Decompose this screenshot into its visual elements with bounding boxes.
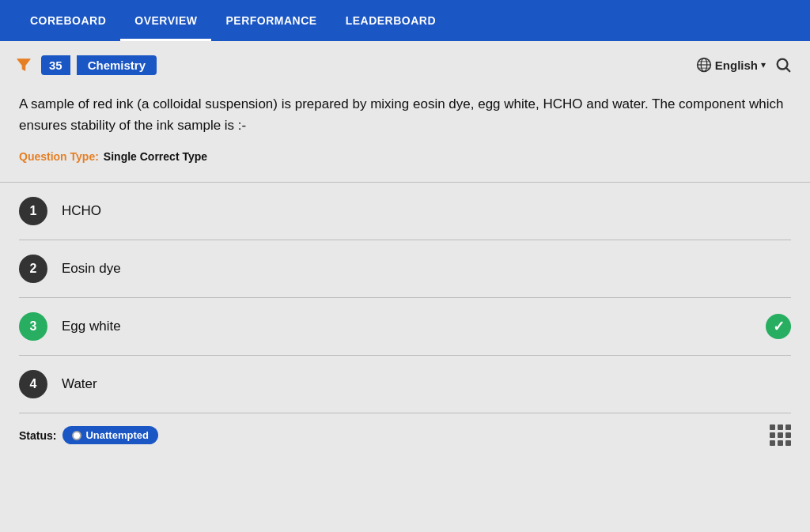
option-1-circle: 1 — [19, 197, 47, 225]
status-label: Status: — [19, 429, 56, 442]
header-left: 35 Chemistry — [13, 54, 157, 76]
option-1-row[interactable]: 1 HCHO — [19, 183, 791, 240]
navigation-bar: COREBOARD OVERVIEW PERFORMANCE LEADERBOA… — [0, 0, 810, 41]
status-section: Status: Unattempted — [19, 426, 158, 444]
status-value: Unattempted — [85, 429, 148, 441]
svg-line-7 — [786, 68, 790, 72]
option-4-text: Water — [62, 376, 97, 392]
header-row: 35 Chemistry English ▾ — [0, 41, 810, 85]
nav-leaderboard[interactable]: LEADERBOARD — [331, 0, 450, 41]
question-body: A sample of red ink (a colloidal suspens… — [0, 85, 810, 182]
filter-icon[interactable] — [13, 54, 35, 76]
svg-marker-0 — [17, 59, 31, 71]
option-4-row[interactable]: 4 Water — [19, 356, 791, 413]
nav-coreboard[interactable]: COREBOARD — [16, 0, 120, 41]
question-type-value: Single Correct Type — [104, 150, 207, 163]
option-3-text: Egg white — [62, 319, 121, 334]
question-type-row: Question Type: Single Correct Type — [19, 150, 791, 169]
option-3-circle: 3 — [19, 312, 47, 341]
status-row: Status: Unattempted — [0, 413, 810, 454]
search-icon — [774, 56, 792, 74]
header-right: English ▾ — [696, 54, 794, 76]
options-list: 1 HCHO 2 Eosin dye 3 Egg white ✓ 4 Water — [0, 183, 810, 413]
question-type-label: Question Type: — [19, 150, 99, 163]
question-number: 35 — [41, 55, 70, 75]
nav-performance[interactable]: PERFORMANCE — [211, 0, 331, 41]
search-button[interactable] — [772, 54, 794, 76]
subject-label: Chemistry — [77, 55, 157, 75]
chevron-down-icon: ▾ — [761, 59, 766, 70]
option-2-row[interactable]: 2 Eosin dye — [19, 240, 791, 298]
option-1-text: HCHO — [62, 203, 101, 219]
option-4-circle: 4 — [19, 370, 47, 398]
globe-icon — [696, 57, 712, 73]
grid-icon[interactable] — [770, 424, 791, 446]
status-icon — [72, 431, 81, 440]
nav-overview[interactable]: OVERVIEW — [120, 0, 211, 41]
question-text: A sample of red ink (a colloidal suspens… — [19, 93, 791, 136]
language-label: English — [715, 58, 758, 72]
option-2-text: Eosin dye — [62, 261, 121, 277]
language-selector[interactable]: English ▾ — [696, 57, 766, 73]
status-badge: Unattempted — [62, 426, 157, 444]
main-content: 35 Chemistry English ▾ — [0, 41, 810, 532]
correct-answer-mark: ✓ — [766, 314, 791, 339]
option-3-row[interactable]: 3 Egg white ✓ — [19, 298, 791, 356]
option-2-circle: 2 — [19, 255, 47, 283]
